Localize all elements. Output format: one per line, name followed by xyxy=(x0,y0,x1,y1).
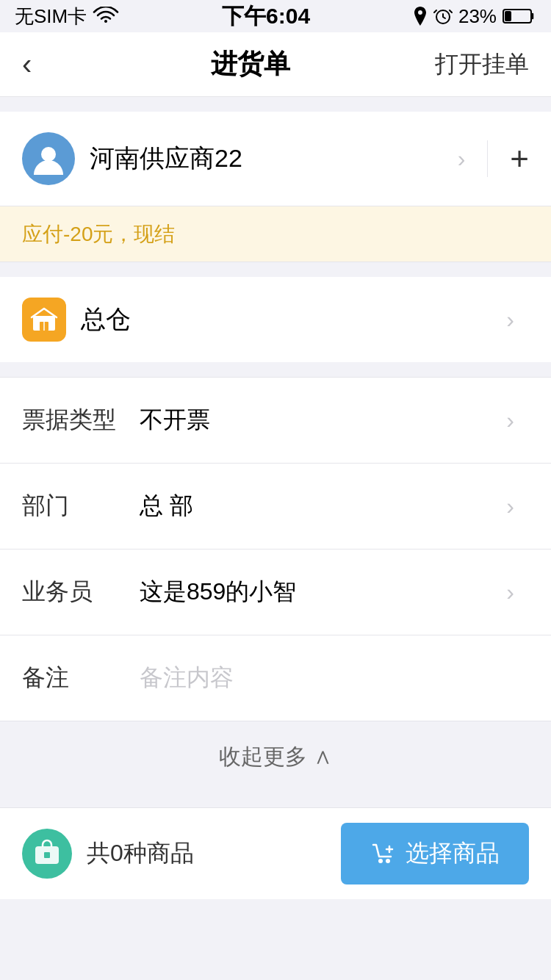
collapse-label: 收起更多 ∧ xyxy=(219,742,331,772)
select-product-label: 选择商品 xyxy=(406,837,500,870)
sales-person-chevron-icon: › xyxy=(506,579,514,606)
bill-type-chevron-icon: › xyxy=(506,407,514,434)
remark-input[interactable]: 备注内容 xyxy=(140,662,529,694)
supplier-name: 河南供应商22 xyxy=(90,142,458,176)
carrier-text: 无SIM卡 xyxy=(15,4,87,29)
svg-point-3 xyxy=(41,147,56,162)
product-icon xyxy=(32,839,62,868)
svg-point-8 xyxy=(378,859,383,863)
bill-type-label: 票据类型 xyxy=(22,404,140,436)
open-pending-button[interactable]: 打开挂单 xyxy=(435,48,529,81)
nav-bar: ‹ 进货单 打开挂单 xyxy=(0,32,551,97)
warehouse-row[interactable]: 总仓 › xyxy=(0,277,551,362)
bottom-bar: 共0种商品 选择商品 xyxy=(0,807,551,899)
select-product-button[interactable]: 选择商品 xyxy=(341,823,529,884)
form-card: 票据类型 不开票 › 部门 总 部 › 业务员 这是859的小智 › 备注 备注… xyxy=(0,377,551,793)
time-display: 下午6:04 xyxy=(222,1,310,32)
dept-chevron-icon: › xyxy=(506,493,514,520)
supplier-row[interactable]: 河南供应商22 › + xyxy=(0,112,551,206)
section-gap-2 xyxy=(0,262,551,277)
warehouse-chevron-icon: › xyxy=(506,306,514,334)
section-gap-1 xyxy=(0,97,551,112)
wifi-icon xyxy=(93,7,119,26)
carrier-info: 无SIM卡 xyxy=(15,4,119,29)
status-bar: 无SIM卡 下午6:04 23% xyxy=(0,0,551,32)
back-button[interactable]: ‹ xyxy=(22,48,66,81)
bill-type-row[interactable]: 票据类型 不开票 › xyxy=(0,377,551,463)
product-icon-wrap xyxy=(22,829,72,879)
battery-icon xyxy=(503,7,536,25)
alarm-icon xyxy=(433,7,453,26)
notice-text: 应付-20元，现结 xyxy=(22,223,175,245)
supplier-card: 河南供应商22 › + 应付-20元，现结 xyxy=(0,112,551,262)
page-title: 进货单 xyxy=(211,46,290,82)
battery-percentage: 23% xyxy=(458,5,497,28)
sales-person-label: 业务员 xyxy=(22,576,140,608)
sales-person-value: 这是859的小智 xyxy=(140,576,506,608)
dept-label: 部门 xyxy=(22,490,140,522)
svg-point-9 xyxy=(386,859,390,863)
remark-label: 备注 xyxy=(22,662,140,694)
sales-person-row[interactable]: 业务员 这是859的小智 › xyxy=(0,549,551,635)
collapse-row[interactable]: 收起更多 ∧ xyxy=(0,721,551,793)
supplier-avatar xyxy=(22,132,75,185)
product-count-label: 共0种商品 xyxy=(87,837,341,870)
bill-type-value: 不开票 xyxy=(140,404,506,436)
system-icons: 23% xyxy=(413,5,536,28)
supplier-chevron-icon: › xyxy=(458,145,466,173)
svg-rect-7 xyxy=(44,852,50,858)
notice-bar: 应付-20元，现结 xyxy=(0,206,551,262)
remark-row[interactable]: 备注 备注内容 xyxy=(0,635,551,721)
section-gap-3 xyxy=(0,362,551,377)
dept-row[interactable]: 部门 总 部 › xyxy=(0,463,551,549)
location-icon xyxy=(413,7,428,26)
add-supplier-button[interactable]: + xyxy=(495,140,529,177)
warehouse-card[interactable]: 总仓 › xyxy=(0,277,551,362)
person-icon xyxy=(32,143,65,175)
cart-plus-icon xyxy=(370,840,397,867)
svg-rect-2 xyxy=(505,11,511,21)
warehouse-icon xyxy=(30,306,58,334)
vertical-divider xyxy=(487,140,488,177)
dept-value: 总 部 xyxy=(140,490,506,522)
warehouse-icon-wrap xyxy=(22,298,66,342)
warehouse-name: 总仓 xyxy=(81,303,506,336)
